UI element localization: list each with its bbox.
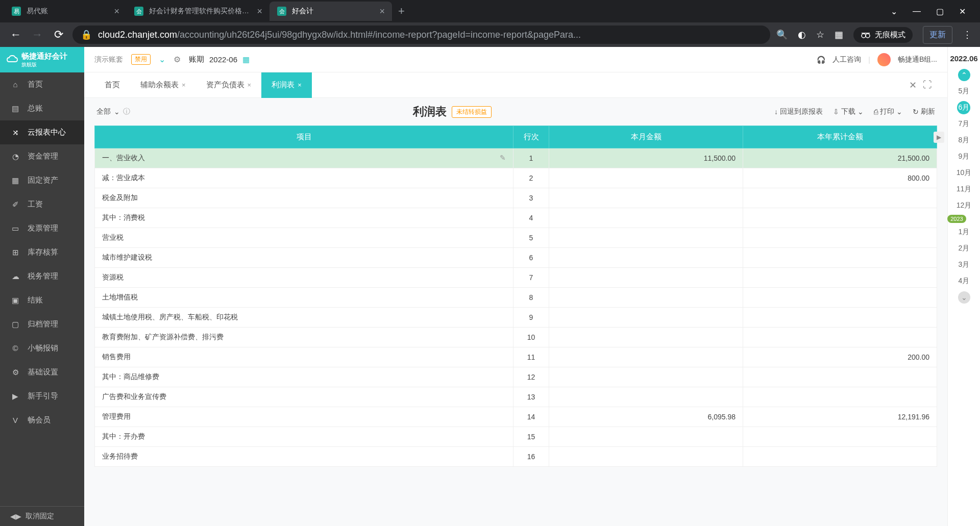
table-row[interactable]: 城市维护建设税6	[95, 248, 937, 268]
print-button[interactable]: ⎙打印⌄	[874, 107, 902, 116]
disable-badge[interactable]: 禁用	[131, 54, 151, 65]
account-select[interactable]: 演示账套	[94, 55, 123, 64]
reload-button[interactable]: ⟳	[51, 26, 66, 43]
sidebar-item-云报表中心[interactable]: ⤨云报表中心	[0, 120, 84, 144]
gear-icon[interactable]: ⚙	[174, 55, 181, 64]
cancel-pin-button[interactable]: ◀▶ 取消固定	[0, 507, 84, 526]
sidebar-item-总账[interactable]: ▤总账	[0, 96, 84, 120]
table-row[interactable]: 业务招待费16	[95, 447, 937, 467]
table-row[interactable]: 教育费附加、矿产资源补偿费、排污费10	[95, 328, 937, 347]
table-row[interactable]: 减：营业成本2800.00	[95, 168, 937, 188]
refresh-button[interactable]: ↻刷新	[913, 107, 935, 116]
table-row[interactable]: 广告费和业务宣传费13	[95, 387, 937, 407]
cell-num: 3	[513, 188, 549, 208]
close-icon[interactable]: ×	[248, 81, 252, 89]
sidebar-item-小畅报销[interactable]: ©小畅报销	[0, 336, 84, 360]
new-tab-button[interactable]: +	[392, 5, 411, 18]
table-row[interactable]: 其中：商品维修费12	[95, 367, 937, 387]
sidebar-item-税务管理[interactable]: ☁税务管理	[0, 264, 84, 288]
sidebar-item-畅会员[interactable]: V畅会员	[0, 408, 84, 432]
month-4月[interactable]: 4月	[954, 273, 973, 289]
filter-dropdown[interactable]: 全部 ⌄ ⓘ	[96, 107, 130, 116]
close-icon[interactable]: ×	[379, 6, 385, 17]
table-row[interactable]: 资源税7	[95, 268, 937, 288]
minimize-icon[interactable]: —	[913, 7, 921, 16]
tab-首页[interactable]: 首页	[94, 72, 130, 98]
close-all-icon[interactable]: ✕	[909, 80, 917, 91]
sidebar-item-发票管理[interactable]: ▭发票管理	[0, 216, 84, 240]
extensions-icon[interactable]: ▦	[835, 29, 843, 40]
sidebar-item-资金管理[interactable]: ◔资金管理	[0, 144, 84, 168]
sidebar-item-库存核算[interactable]: ⊞库存核算	[0, 240, 84, 264]
url-bar[interactable]: 🔒 cloud2.chanjet.com/accounting/uh26t264…	[72, 26, 770, 44]
month-5月[interactable]: 5月	[954, 83, 973, 99]
close-icon[interactable]: ×	[114, 6, 119, 17]
revert-button[interactable]: ↓回退到原报表	[774, 107, 823, 116]
extension-icon[interactable]: ◐	[798, 29, 806, 40]
table-row[interactable]: 一、营业收入✎111,500.0021,500.00	[95, 148, 937, 168]
update-button[interactable]: 更新	[923, 26, 952, 44]
cell-year	[743, 308, 937, 328]
table-row[interactable]: 土地增值税8	[95, 288, 937, 308]
month-1月[interactable]: 1月	[954, 224, 973, 240]
edit-icon[interactable]: ✎	[500, 154, 506, 162]
table-row[interactable]: 其中：消费税4	[95, 208, 937, 228]
table-row[interactable]: 其中：开办费15	[95, 427, 937, 447]
incognito-badge[interactable]: 无痕模式	[853, 27, 913, 43]
sidebar-item-固定资产[interactable]: ▦固定资产	[0, 168, 84, 192]
table-row[interactable]: 税金及附加3	[95, 188, 937, 208]
menu-icon[interactable]: ⋮	[963, 29, 972, 40]
sidebar-item-首页[interactable]: ⌂首页	[0, 72, 84, 96]
month-6月[interactable]: 6月	[954, 99, 973, 116]
table-row[interactable]: 销售费用11200.00	[95, 347, 937, 367]
help-icon[interactable]: ⓘ	[123, 107, 130, 116]
download-button[interactable]: ⇩下载⌄	[833, 107, 864, 116]
month-2月[interactable]: 2月	[954, 240, 973, 257]
sidebar-item-工资[interactable]: ✐工资	[0, 192, 84, 216]
table-row[interactable]: 城镇土地使用税、房产税、车船税、印花税9	[95, 308, 937, 328]
tab-辅助余额表[interactable]: 辅助余额表×	[130, 72, 196, 98]
maximize-icon[interactable]: ▢	[936, 7, 944, 16]
close-icon[interactable]: ×	[298, 81, 302, 89]
period-value[interactable]: 2022-06	[209, 55, 237, 64]
chevron-down-icon[interactable]: ⌄	[159, 55, 165, 64]
chevron-down-icon[interactable]: ⌄	[891, 7, 897, 16]
tab-资产负债表[interactable]: 资产负债表×	[196, 72, 262, 98]
avatar[interactable]	[877, 53, 891, 66]
zoom-icon[interactable]: 🔍	[776, 29, 788, 40]
tab-利润表[interactable]: 利润表×	[261, 72, 312, 98]
browser-tab-1[interactable]: 易 易代账 ×	[4, 2, 127, 21]
month-11月[interactable]: 11月	[954, 181, 973, 197]
cell-item: 广告费和业务宣传费	[95, 387, 513, 407]
bookmark-icon[interactable]: ☆	[816, 29, 824, 40]
expand-arrow-icon[interactable]: ▶	[934, 132, 944, 143]
close-window-icon[interactable]: ✕	[959, 7, 966, 16]
month-12月[interactable]: 12月	[954, 197, 973, 214]
fullscreen-icon[interactable]: ⛶	[923, 80, 932, 91]
browser-tab-3[interactable]: 会 好会计 ×	[270, 2, 392, 21]
month-9月[interactable]: 9月	[954, 148, 973, 165]
month-8月[interactable]: 8月	[954, 132, 973, 148]
scroll-down-icon[interactable]: ⌄	[958, 291, 970, 304]
window-controls: ⌄ — ▢ ✕	[891, 7, 976, 16]
close-icon[interactable]: ×	[182, 81, 186, 89]
back-button[interactable]: ←	[8, 26, 23, 43]
month-7月[interactable]: 7月	[954, 116, 973, 132]
month-10月[interactable]: 10月	[954, 165, 973, 181]
table-row[interactable]: 管理费用146,095.9812,191.96	[95, 407, 937, 427]
sidebar-item-结账[interactable]: ▣结账	[0, 288, 84, 312]
browser-tab-2[interactable]: 会 好会计财务管理软件购买价格及... ×	[127, 2, 270, 21]
table-row[interactable]: 营业税5	[95, 228, 937, 248]
consult-link[interactable]: 人工咨询	[832, 55, 861, 64]
forward-button[interactable]: →	[30, 26, 45, 43]
sidebar-item-基础设置[interactable]: ⚙基础设置	[0, 360, 84, 384]
cell-year	[743, 447, 937, 467]
close-icon[interactable]: ×	[257, 6, 262, 17]
sidebar-item-新手引导[interactable]: ▶新手引导	[0, 384, 84, 408]
sidebar: 畅捷通好会计 旗舰版 ⌂首页▤总账⤨云报表中心◔资金管理▦固定资产✐工资▭发票管…	[0, 47, 84, 526]
user-name[interactable]: 畅捷通B组...	[898, 55, 937, 64]
scroll-up-icon[interactable]: ⌃	[958, 69, 970, 81]
sidebar-item-归档管理[interactable]: ▢归档管理	[0, 312, 84, 336]
calendar-icon[interactable]: ▦	[242, 55, 250, 64]
month-3月[interactable]: 3月	[954, 257, 973, 273]
